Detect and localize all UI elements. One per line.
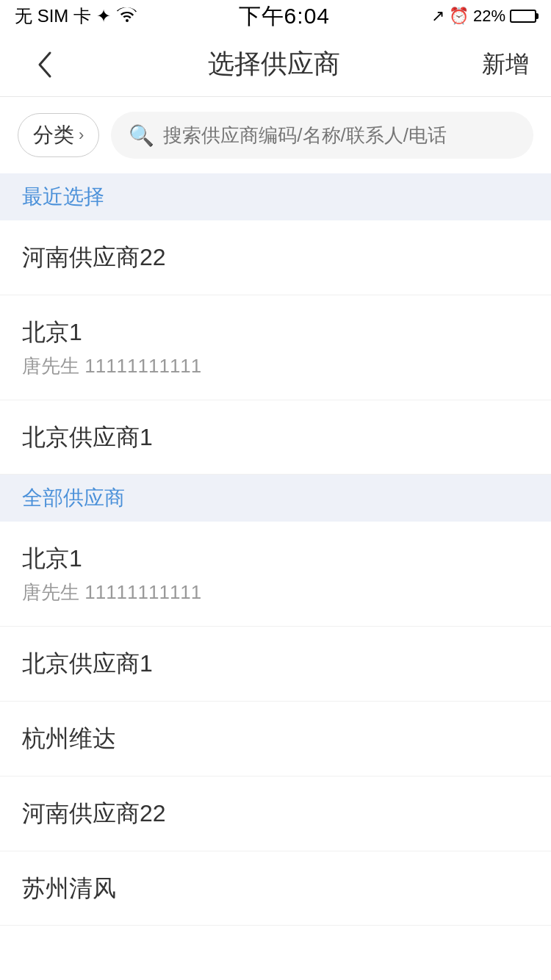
search-bar: 分类 › 🔍 [0, 97, 551, 173]
item-name: 杭州维达 [22, 722, 529, 755]
all-section-title: 全部供应商 [22, 484, 125, 512]
status-left: 无 SIM 卡 ✦ [15, 4, 137, 28]
list-item[interactable]: 北京供应商1 [0, 400, 551, 475]
item-sub: 唐先生 11111111111 [22, 580, 529, 605]
list-item[interactable]: 河南供应商22 [0, 777, 551, 851]
item-name: 北京1 [22, 542, 529, 575]
list-item[interactable]: 北京供应商1 [0, 627, 551, 702]
category-button[interactable]: 分类 › [18, 113, 99, 157]
search-icon: 🔍 [129, 123, 154, 148]
nav-bar: 选择供应商 新增 [0, 32, 551, 97]
battery-icon [510, 10, 536, 23]
status-right: ↗ ⏰ 22% [431, 7, 536, 26]
item-name: 北京供应商1 [22, 421, 529, 454]
chevron-right-icon: › [79, 126, 84, 145]
recent-section-title: 最近选择 [22, 183, 104, 211]
alarm-icon: ⏰ [449, 7, 469, 26]
list-item[interactable]: 苏州清风 [0, 851, 551, 926]
sim-label: 无 SIM 卡 ✦ [15, 4, 111, 28]
location-icon: ↗ [431, 7, 444, 26]
list-item[interactable]: 河南供应商22 [0, 220, 551, 295]
item-name: 河南供应商22 [22, 241, 529, 274]
battery-pct: 22% [473, 7, 505, 26]
recent-list: 河南供应商22北京1唐先生 11111111111北京供应商1 [0, 220, 551, 475]
recent-section-header: 最近选择 [0, 173, 551, 220]
list-item[interactable]: 北京1唐先生 11111111111 [0, 295, 551, 400]
add-button[interactable]: 新增 [482, 48, 529, 81]
status-time: 下午6:04 [239, 1, 330, 32]
back-button[interactable] [22, 43, 66, 87]
wifi-icon [117, 6, 137, 26]
all-list: 北京1唐先生 11111111111北京供应商1杭州维达河南供应商22苏州清风 [0, 522, 551, 926]
status-bar: 无 SIM 卡 ✦ 下午6:04 ↗ ⏰ 22% [0, 0, 551, 32]
category-label: 分类 [33, 121, 74, 149]
all-section-header: 全部供应商 [0, 475, 551, 522]
item-name: 北京供应商1 [22, 647, 529, 680]
item-sub: 唐先生 11111111111 [22, 353, 529, 379]
page-title: 选择供应商 [208, 46, 340, 82]
search-input[interactable] [163, 124, 516, 147]
item-name: 北京1 [22, 316, 529, 349]
item-name: 苏州清风 [22, 872, 529, 905]
item-name: 河南供应商22 [22, 797, 529, 830]
list-item[interactable]: 北京1唐先生 11111111111 [0, 522, 551, 627]
list-item[interactable]: 杭州维达 [0, 702, 551, 777]
search-input-wrap[interactable]: 🔍 [111, 112, 533, 159]
